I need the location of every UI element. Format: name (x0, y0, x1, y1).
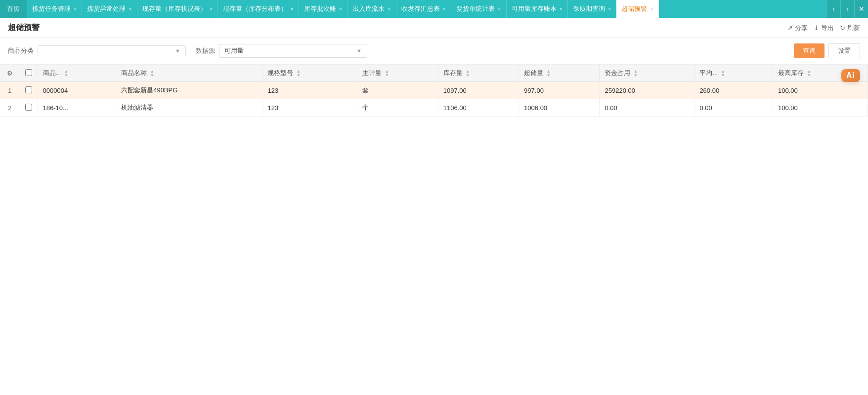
nav-prev-arrow[interactable]: ‹ (826, 0, 840, 18)
nav-tab-tab-4[interactable]: 现存量（库存分布表）× (218, 0, 299, 18)
col-spec-header[interactable]: 规格型号 ▲▼ (262, 65, 357, 82)
refresh-label: 刷新 (847, 24, 860, 33)
nav-tab-tab-3[interactable]: 现存量（库存状况表）× (137, 0, 218, 18)
data-table: ⚙ 商品... ▲▼ 商品名称 ▲▼ 规格型号 ▲▼ 主计 (0, 65, 868, 117)
category-select[interactable]: ▼ (38, 45, 186, 56)
nav-tab-tab-8[interactable]: 要货单统计表× (451, 0, 506, 18)
tab-close-icon[interactable]: × (339, 6, 342, 12)
col-name-header[interactable]: 商品名称 ▲▼ (116, 65, 262, 82)
row-code: 0000004 (38, 82, 116, 99)
tab-label: 出入库流水 (352, 4, 385, 13)
datasource-select[interactable]: 可用量 ▼ (219, 44, 367, 58)
row-checkbox-cell (20, 82, 38, 99)
gear-icon: ⚙ (7, 70, 13, 77)
row-number: 2 (0, 99, 20, 117)
tab-label: 要货单统计表 (456, 4, 495, 13)
top-navigation: 首页 拣货任务管理×拣货异常处理×现存量（库存状况表）×现存量（库存分布表）×库… (0, 0, 868, 18)
nav-home[interactable]: 首页 (0, 0, 27, 18)
datasource-dropdown-arrow: ▼ (356, 48, 362, 54)
row-checkbox[interactable] (25, 104, 32, 111)
filter-actions: 查询 设置 (794, 43, 860, 58)
nav-close-arrow[interactable]: ✕ (854, 0, 868, 18)
tab-label: 超储预警 (621, 4, 647, 13)
col-checkbox-header (20, 65, 38, 82)
row-name: 机油滤清器 (116, 99, 262, 117)
tab-label: 收发存汇总表 (401, 4, 440, 13)
col-gear[interactable]: ⚙ (0, 65, 20, 82)
row-capital: 0.00 (600, 99, 694, 117)
tab-label: 现存量（库存状况表） (142, 4, 207, 13)
row-stock: 1097.00 (438, 82, 519, 99)
nav-tab-tab-1[interactable]: 拣货任务管理× (27, 0, 82, 18)
col-over-label: 超储量 (524, 69, 543, 77)
nav-tab-tab-2[interactable]: 拣货异常处理× (82, 0, 137, 18)
query-button[interactable]: 查询 (794, 43, 825, 58)
row-checkbox[interactable] (25, 86, 32, 93)
col-spec-label: 规格型号 (267, 69, 293, 77)
tab-close-icon[interactable]: × (290, 6, 293, 12)
col-unit-header[interactable]: 主计量 ▲▼ (357, 65, 438, 82)
row-unit: 个 (357, 99, 438, 117)
tab-label: 可用量库存账本 (512, 4, 557, 13)
row-unit: 套 (357, 82, 438, 99)
col-avg-header[interactable]: 平均... ▲▼ (694, 65, 773, 82)
col-name-sort: ▲▼ (150, 70, 154, 78)
tab-close-icon[interactable]: × (498, 6, 501, 12)
col-max-sort: ▲▼ (807, 70, 811, 78)
table-row: 2 186-10... 机油滤清器 123 个 1106.00 1006.00 … (0, 99, 868, 117)
share-button[interactable]: ↗ 分享 (787, 24, 808, 33)
row-spec: 123 (262, 99, 357, 117)
col-name-label: 商品名称 (121, 69, 147, 77)
col-over-sort: ▲▼ (547, 70, 551, 78)
col-code-sort: ▲▼ (64, 70, 68, 78)
share-label: 分享 (795, 24, 808, 33)
row-number: 1 (0, 82, 20, 99)
row-avg: 0.00 (694, 99, 773, 117)
tab-label: 拣货异常处理 (87, 4, 126, 13)
tab-close-icon[interactable]: × (608, 6, 611, 12)
nav-tab-tab-10[interactable]: 保质期查询× (568, 0, 616, 18)
row-over: 1006.00 (519, 99, 600, 117)
select-all-checkbox[interactable] (25, 69, 32, 76)
col-over-header[interactable]: 超储量 ▲▼ (519, 65, 600, 82)
nav-tab-tab-7[interactable]: 收发存汇总表× (396, 0, 451, 18)
col-capital-header[interactable]: 资金占用 ▲▼ (600, 65, 694, 82)
tab-close-icon[interactable]: × (129, 6, 131, 12)
col-stock-header[interactable]: 库存量 ▲▼ (438, 65, 519, 82)
header-actions: ↗ 分享 ⤓ 导出 ↻ 刷新 (787, 24, 860, 33)
nav-tab-tab-5[interactable]: 库存批次账× (299, 0, 347, 18)
datasource-filter-group: 数据源 可用量 ▼ (196, 44, 367, 58)
filter-row: 商品分类 ▼ 数据源 可用量 ▼ 查询 设置 (0, 38, 868, 65)
refresh-button[interactable]: ↻ 刷新 (840, 24, 860, 33)
home-label: 首页 (7, 4, 20, 13)
nav-tab-tab-11[interactable]: 超储预警× (616, 0, 658, 18)
table-row: 1 0000004 六配套新昌490BPG 123 套 1097.00 997.… (0, 82, 868, 99)
refresh-icon: ↻ (840, 24, 845, 32)
tab-label: 拣货任务管理 (32, 4, 71, 13)
tab-close-icon[interactable]: × (74, 6, 77, 12)
nav-next-arrow[interactable]: › (840, 0, 854, 18)
col-capital-label: 资金占用 (605, 69, 630, 77)
export-button[interactable]: ⤓ 导出 (814, 24, 834, 33)
ai-badge[interactable]: Ai (841, 69, 860, 82)
settings-button[interactable]: 设置 (828, 43, 860, 58)
tab-close-icon[interactable]: × (443, 6, 446, 12)
tab-close-icon[interactable]: × (560, 6, 563, 12)
table-header: ⚙ 商品... ▲▼ 商品名称 ▲▼ 规格型号 ▲▼ 主计 (0, 65, 868, 82)
col-stock-label: 库存量 (443, 69, 463, 77)
nav-tab-tab-6[interactable]: 出入库流水× (347, 0, 396, 18)
tab-close-icon[interactable]: × (210, 6, 213, 12)
category-dropdown-arrow: ▼ (175, 48, 180, 54)
tab-close-icon[interactable]: × (650, 6, 653, 12)
tab-close-icon[interactable]: × (388, 6, 391, 12)
row-max: 100.00 (773, 82, 868, 99)
tab-label: 现存量（库存分布表） (223, 4, 287, 13)
data-table-container: ⚙ 商品... ▲▼ 商品名称 ▲▼ 规格型号 ▲▼ 主计 (0, 65, 868, 117)
nav-tab-tab-9[interactable]: 可用量库存账本× (507, 0, 568, 18)
row-name: 六配套新昌490BPG (116, 82, 262, 99)
category-label: 商品分类 (8, 46, 34, 55)
col-max-label: 最高库存 (778, 69, 804, 77)
col-unit-sort: ▲▼ (385, 70, 389, 78)
col-code-header[interactable]: 商品... ▲▼ (38, 65, 116, 82)
row-spec: 123 (262, 82, 357, 99)
